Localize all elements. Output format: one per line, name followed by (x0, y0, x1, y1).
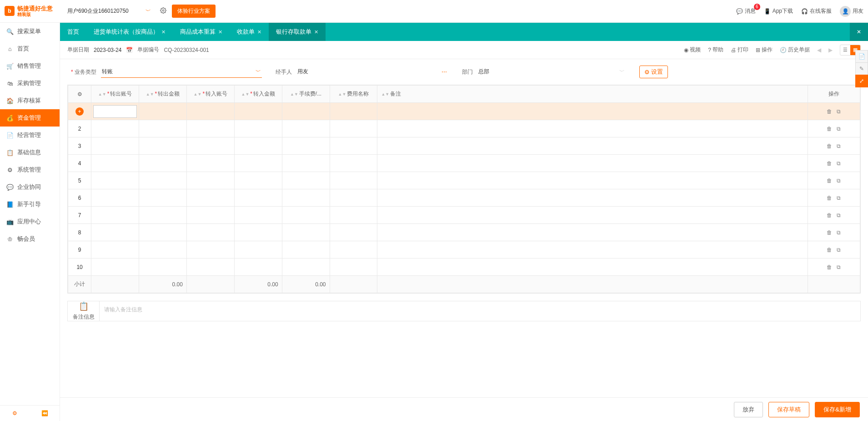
table-row[interactable]: 2🗑⧉ (68, 120, 860, 137)
table-cell[interactable] (330, 137, 377, 155)
print-link[interactable]: 🖨 打印 (731, 46, 748, 54)
close-icon[interactable]: ✕ (257, 29, 261, 35)
table-cell[interactable] (377, 189, 808, 207)
table-row[interactable]: 10🗑⧉ (68, 259, 860, 276)
next-doc-button[interactable]: ▶ (828, 47, 833, 53)
table-cell[interactable] (186, 189, 234, 207)
table-cell[interactable] (91, 259, 139, 276)
sidebar-item-system[interactable]: ⚙系统管理 (0, 161, 60, 178)
table-cell[interactable] (377, 103, 808, 120)
sidebar-item-vip[interactable]: ♔畅会员 (0, 230, 60, 248)
sidebar-item-search[interactable]: 🔍搜索菜单 (0, 23, 60, 40)
copy-row-icon[interactable]: ⧉ (837, 264, 841, 270)
support-link[interactable]: 🎧 在线客服 (801, 7, 832, 15)
table-row[interactable]: 5🗑⧉ (68, 172, 860, 189)
tab-receipt[interactable]: 收款单✕ (230, 23, 269, 41)
table-cell[interactable] (186, 172, 234, 189)
table-cell[interactable] (91, 137, 139, 155)
table-cell[interactable] (330, 259, 377, 276)
table-cell[interactable] (91, 207, 139, 224)
biz-type-select[interactable]: 转账 ﹀ (101, 66, 262, 78)
sidebar-settings-button[interactable]: ⚙ (0, 405, 30, 421)
delete-row-icon[interactable]: 🗑 (827, 264, 832, 270)
table-cell[interactable] (139, 224, 187, 241)
app-download-link[interactable]: 📱 App下载 (764, 7, 793, 15)
form-settings-button[interactable]: ⚙ 设置 (639, 66, 668, 78)
table-cell[interactable] (234, 241, 282, 259)
float-edit-button[interactable]: ✎ (855, 62, 868, 75)
table-cell[interactable] (377, 224, 808, 241)
th-fee-name[interactable]: ▲▼费用名称 (330, 86, 377, 103)
delete-row-icon[interactable]: 🗑 (827, 126, 832, 132)
history-link[interactable]: 🕘 历史单据 (780, 46, 810, 54)
table-cell[interactable] (139, 155, 187, 172)
table-cell[interactable] (377, 155, 808, 172)
table-cell[interactable] (377, 172, 808, 189)
table-cell[interactable] (282, 259, 330, 276)
table-cell[interactable] (330, 103, 377, 120)
table-cell[interactable] (282, 207, 330, 224)
tab-cost-recalc[interactable]: 商品成本重算✕ (173, 23, 230, 41)
video-link[interactable]: ◉ 视频 (684, 46, 701, 54)
copy-row-icon[interactable]: ⧉ (837, 195, 841, 201)
table-row[interactable]: 4🗑⧉ (68, 155, 860, 172)
tenant-select[interactable]: 用户690企业1660120750 ﹀ (64, 5, 155, 18)
sidebar-item-funds[interactable]: 💰资金管理 (0, 109, 60, 127)
save-new-button[interactable]: 保存&新增 (815, 402, 860, 417)
table-cell[interactable] (330, 120, 377, 137)
table-cell[interactable] (282, 103, 330, 120)
table-cell[interactable] (377, 120, 808, 137)
copy-row-icon[interactable]: ⧉ (837, 143, 841, 149)
sidebar-item-basic[interactable]: 📋基础信息 (0, 144, 60, 161)
calendar-icon[interactable]: 📅 (126, 47, 133, 53)
sidebar-item-purchase[interactable]: 🛍采购管理 (0, 75, 60, 92)
table-row[interactable]: 3🗑⧉ (68, 137, 860, 155)
th-fee[interactable]: ▲▼手续费/... (282, 86, 330, 103)
table-cell[interactable] (186, 103, 234, 120)
sidebar-item-business[interactable]: 📄经营管理 (0, 127, 60, 144)
sidebar-collapse-button[interactable]: ⏪ (30, 405, 60, 421)
copy-row-icon[interactable]: ⧉ (837, 126, 841, 132)
tab-bank-transfer[interactable]: 银行存取款单✕ (269, 23, 326, 41)
float-doc-button[interactable]: 📄 (855, 50, 868, 63)
copy-row-icon[interactable]: ⧉ (837, 160, 841, 167)
table-cell[interactable] (91, 224, 139, 241)
table-cell[interactable] (234, 120, 282, 137)
sidebar-item-collab[interactable]: 💬企业协同 (0, 178, 60, 196)
table-row[interactable]: 7🗑⧉ (68, 207, 860, 224)
table-cell[interactable] (139, 120, 187, 137)
add-row-icon[interactable]: + (75, 107, 84, 116)
table-cell[interactable] (186, 120, 234, 137)
table-cell[interactable] (330, 224, 377, 241)
sidebar-item-home[interactable]: ⌂首页 (0, 40, 60, 57)
table-cell[interactable] (234, 207, 282, 224)
help-link[interactable]: ? 帮助 (708, 46, 723, 54)
table-cell[interactable] (330, 207, 377, 224)
delete-row-icon[interactable]: 🗑 (827, 143, 832, 149)
table-cell[interactable] (91, 120, 139, 137)
delete-row-icon[interactable]: 🗑 (827, 178, 832, 184)
operator-select[interactable]: 用友 ⋯ (296, 66, 448, 78)
table-cell[interactable] (139, 241, 187, 259)
table-cell[interactable] (282, 172, 330, 189)
sidebar-item-appcenter[interactable]: 📺应用中心 (0, 213, 60, 230)
th-remark[interactable]: ▲▼备注 (377, 86, 808, 103)
messages-link[interactable]: 💬 消息 6 (736, 7, 756, 15)
close-icon[interactable]: ✕ (314, 29, 318, 35)
table-cell[interactable] (91, 172, 139, 189)
table-cell[interactable] (330, 241, 377, 259)
table-cell[interactable] (282, 155, 330, 172)
float-expand-button[interactable]: ⤢ (855, 75, 868, 87)
table-cell[interactable] (186, 155, 234, 172)
table-cell[interactable] (377, 241, 808, 259)
experience-button[interactable]: 体验行业方案 (172, 5, 216, 18)
table-row[interactable]: +🗑⧉ (68, 103, 860, 120)
view-list-button[interactable]: ☰ (840, 45, 850, 55)
table-cell[interactable] (186, 137, 234, 155)
prev-doc-button[interactable]: ◀ (817, 47, 821, 53)
th-gear[interactable]: ⚙ (68, 86, 91, 103)
table-cell[interactable] (234, 103, 282, 120)
tab-purchase-report[interactable]: 进货单统计表（按商品）✕ (86, 23, 173, 41)
cell-input[interactable] (93, 105, 137, 118)
table-cell[interactable] (139, 189, 187, 207)
